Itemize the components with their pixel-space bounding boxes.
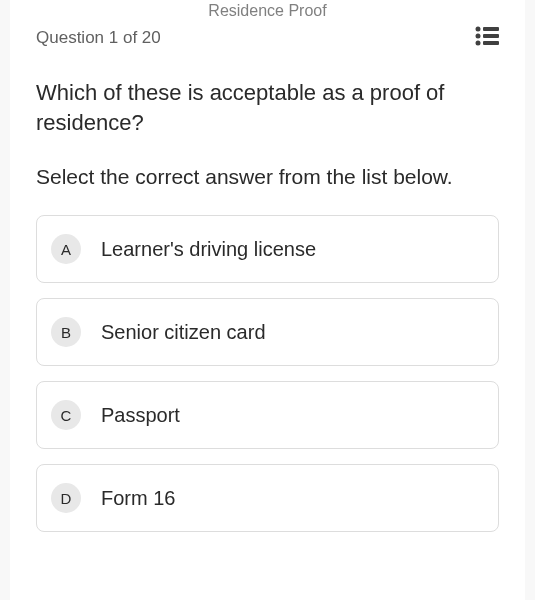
option-c[interactable]: C Passport bbox=[36, 381, 499, 449]
option-text: Passport bbox=[101, 404, 180, 427]
question-text: Which of these is acceptable as a proof … bbox=[36, 78, 499, 137]
list-icon[interactable] bbox=[475, 26, 499, 50]
svg-rect-3 bbox=[483, 34, 499, 38]
option-text: Form 16 bbox=[101, 487, 175, 510]
option-text: Senior citizen card bbox=[101, 321, 266, 344]
instruction-text: Select the correct answer from the list … bbox=[36, 165, 499, 189]
option-letter: B bbox=[51, 317, 81, 347]
option-d[interactable]: D Form 16 bbox=[36, 464, 499, 532]
svg-point-0 bbox=[476, 27, 481, 32]
option-letter: A bbox=[51, 234, 81, 264]
options-list: A Learner's driving license B Senior cit… bbox=[36, 215, 499, 532]
svg-point-2 bbox=[476, 34, 481, 39]
quiz-title: Residence Proof bbox=[36, 2, 499, 20]
quiz-container: Residence Proof Question 1 of 20 Which o… bbox=[10, 0, 525, 600]
svg-rect-1 bbox=[483, 27, 499, 31]
option-b[interactable]: B Senior citizen card bbox=[36, 298, 499, 366]
svg-point-4 bbox=[476, 41, 481, 46]
question-counter: Question 1 of 20 bbox=[36, 28, 161, 48]
option-letter: C bbox=[51, 400, 81, 430]
header: Residence Proof Question 1 of 20 bbox=[36, 0, 499, 50]
svg-rect-5 bbox=[483, 41, 499, 45]
option-text: Learner's driving license bbox=[101, 238, 316, 261]
subheader: Question 1 of 20 bbox=[36, 26, 499, 50]
option-letter: D bbox=[51, 483, 81, 513]
option-a[interactable]: A Learner's driving license bbox=[36, 215, 499, 283]
